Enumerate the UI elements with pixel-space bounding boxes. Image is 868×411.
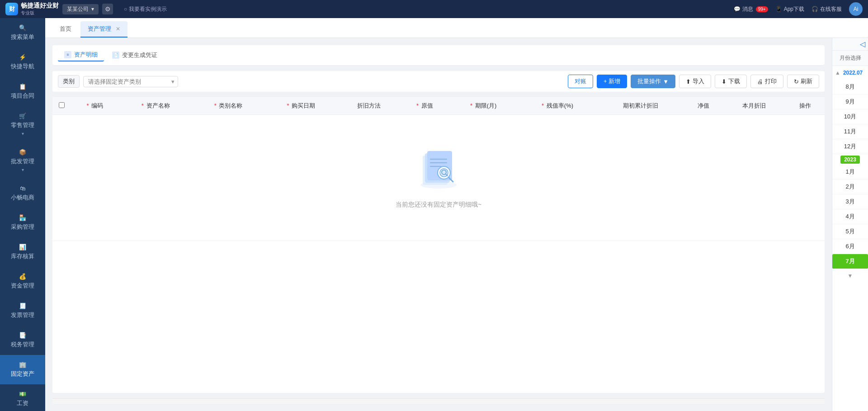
download-button[interactable]: ⬇ 下载 [715, 75, 747, 88]
sidebar-item-fixed-assets[interactable]: 🏢 固定资产 [0, 355, 45, 384]
th-name: * 资产名称 [119, 97, 192, 115]
month-item-7[interactable]: 7月 [832, 254, 868, 269]
sidebar-item-invoice[interactable]: 🧾 发票管理 [0, 296, 45, 326]
category-select[interactable] [83, 76, 178, 87]
top-bar-right: 💬 消息 99+ 📱 App下载 🎧 在线客服 Ai [734, 2, 863, 16]
month-item-1[interactable]: 1月 [832, 165, 868, 180]
year-display: 2022.07 [840, 68, 865, 78]
month-item-8[interactable]: 8月 [832, 80, 868, 94]
month-item-6[interactable]: 6月 [832, 239, 868, 254]
toolbar: 类别 ▾ 对账 + 新增 [52, 71, 825, 92]
year-up-btn[interactable]: ▲ [835, 69, 840, 77]
sidebar-item-purchase[interactable]: 🏪 采购管理 [0, 208, 45, 237]
sidebar-item-label: 库存核算 [11, 252, 34, 260]
sub-tab-asset-detail[interactable]: ≡ 资产明细 [58, 49, 104, 61]
empty-state-row: 当前您还没有固定资产明细哦~ [52, 115, 825, 241]
toolbar-right: 对账 + 新增 批量操作 ▼ ⬆ 导入 [568, 75, 819, 88]
month-panel-header: 月份选择 [832, 51, 868, 66]
empty-state: 当前您还没有固定资产明细哦~ [56, 119, 821, 236]
message-btn[interactable]: 💬 消息 99+ [734, 5, 768, 13]
tab-home[interactable]: 首页 [52, 21, 79, 38]
sidebar-item-label: 项目合同 [11, 92, 34, 100]
add-button[interactable]: + 新增 [597, 75, 627, 88]
category-filter: 类别 ▾ [58, 75, 178, 88]
online-service-btn[interactable]: 🎧 在线客服 [811, 5, 842, 13]
th-depreciation-method: 折旧方法 [337, 97, 400, 115]
main-layout: 🔍 搜索菜单 ⚡ 快捷导航 📋 项目合同 🛒 零售管理 ▾ 📦 批发管理 ▾ 🛍… [0, 18, 868, 411]
sidebar-item-label: 工资 [17, 399, 28, 407]
sidebar-item-inventory[interactable]: 📊 库存核算 [0, 237, 45, 267]
sidebar-item-retail[interactable]: 🛒 零售管理 ▾ [0, 106, 45, 142]
th-period: * 期限(月) [449, 97, 518, 115]
print-button[interactable]: 🖨 打印 [750, 75, 783, 88]
batch-button[interactable]: 批量操作 ▼ [631, 75, 675, 88]
data-table: * 编码 * 资产名称 * 类别名称 [52, 97, 825, 241]
company-selector[interactable]: 某某公司 ▾ [62, 4, 99, 14]
data-table-container: * 编码 * 资产名称 * 类别名称 [52, 97, 825, 393]
month-item-10[interactable]: 10月 [832, 109, 868, 124]
reconcile-button[interactable]: 对账 [568, 75, 593, 88]
month-item-5[interactable]: 5月 [832, 224, 868, 239]
sidebar-item-wholesale[interactable]: 📦 批发管理 ▾ [0, 142, 45, 179]
demo-link[interactable]: ○ 我要看实例演示 [124, 5, 167, 13]
sidebar-item-label: 批发管理 [11, 157, 34, 165]
sidebar-item-project[interactable]: 📋 项目合同 [0, 77, 45, 106]
year-down-btn[interactable]: ▼ [846, 272, 854, 280]
sidebar-item-label: 固定资产 [11, 370, 34, 378]
th-residual-rate: * 残值率(%) [518, 97, 597, 115]
collapse-icon[interactable]: ◁ [860, 40, 865, 48]
inventory-icon: 📊 [19, 244, 26, 250]
settings-icon[interactable]: ⚙ [102, 4, 113, 14]
sub-tabs: ≡ 资产明细 📄 变更生成凭证 [52, 45, 825, 66]
select-all-checkbox[interactable] [59, 102, 65, 108]
month-item-3[interactable]: 3月 [832, 194, 868, 209]
purchase-icon: 🏪 [19, 214, 26, 221]
retail-icon: 🛒 [19, 113, 26, 119]
sidebar-item-label: 小畅电商 [11, 194, 34, 202]
sidebar-item-finance[interactable]: 💰 资金管理 [0, 267, 45, 296]
import-icon: ⬆ [686, 78, 691, 85]
th-accumulated-depreciation: 期初累计折旧 [597, 97, 684, 115]
salary-icon: 💵 [19, 391, 26, 397]
message-icon: 💬 [734, 6, 741, 12]
content-area: 首页 资产管理 ✕ ≡ 资产明细 📄 变更生成凭证 [45, 18, 868, 411]
sidebar-item-quick-nav[interactable]: ⚡ 快捷导航 [0, 47, 45, 77]
avatar[interactable]: Ai [849, 2, 863, 16]
horizontal-scrollbar[interactable] [52, 398, 825, 404]
main-content: ≡ 资产明细 📄 变更生成凭证 类别 [45, 38, 832, 411]
th-net-value: 净值 [684, 97, 723, 115]
refresh-button[interactable]: ↻ 刷新 [787, 75, 819, 88]
sidebar-item-salary[interactable]: 💵 工资 [0, 384, 45, 411]
wholesale-icon: 📦 [19, 149, 26, 156]
sidebar-item-label: 零售管理 [11, 121, 34, 129]
sidebar-item-ecommerce[interactable]: 🛍 小畅电商 [0, 179, 45, 208]
th-purchase-date: * 购买日期 [265, 97, 338, 115]
sidebar-item-tax[interactable]: 📑 税务管理 [0, 326, 45, 355]
sidebar-item-label: 搜索菜单 [11, 33, 34, 41]
sub-tab-change-voucher[interactable]: 📄 变更生成凭证 [106, 49, 164, 61]
import-button[interactable]: ⬆ 导入 [679, 75, 711, 88]
month-item-9[interactable]: 9月 [832, 94, 868, 109]
month-item-11[interactable]: 11月 [832, 124, 868, 139]
batch-arrow-icon: ▼ [663, 78, 669, 85]
month-item-12[interactable]: 12月 [832, 139, 868, 154]
headset-icon: 🎧 [811, 6, 818, 12]
year-2023-label: 2023 [840, 156, 860, 164]
app-download-btn[interactable]: 📱 App下载 [775, 5, 804, 13]
year-nav: ▲ 2022.07 [832, 66, 868, 80]
category-select-wrapper: ▾ [83, 76, 178, 87]
print-icon: 🖨 [757, 78, 763, 85]
chevron-down-icon: ▾ [91, 6, 94, 12]
demo-label: 我要看实例演示 [129, 5, 167, 13]
refresh-icon: ↻ [794, 78, 799, 85]
th-operation: 操作 [786, 97, 825, 115]
month-item-4[interactable]: 4月 [832, 209, 868, 224]
month-panel-toggle[interactable]: ◁ [832, 38, 868, 51]
invoice-icon: 🧾 [19, 302, 26, 309]
tab-asset-management[interactable]: 资产管理 ✕ [80, 21, 127, 38]
page-content: ≡ 资产明细 📄 变更生成凭证 类别 [45, 38, 868, 411]
ecommerce-icon: 🛍 [20, 185, 26, 192]
sidebar-item-search[interactable]: 🔍 搜索菜单 [0, 18, 45, 47]
tab-close-icon[interactable]: ✕ [116, 26, 120, 32]
month-item-2[interactable]: 2月 [832, 180, 868, 194]
